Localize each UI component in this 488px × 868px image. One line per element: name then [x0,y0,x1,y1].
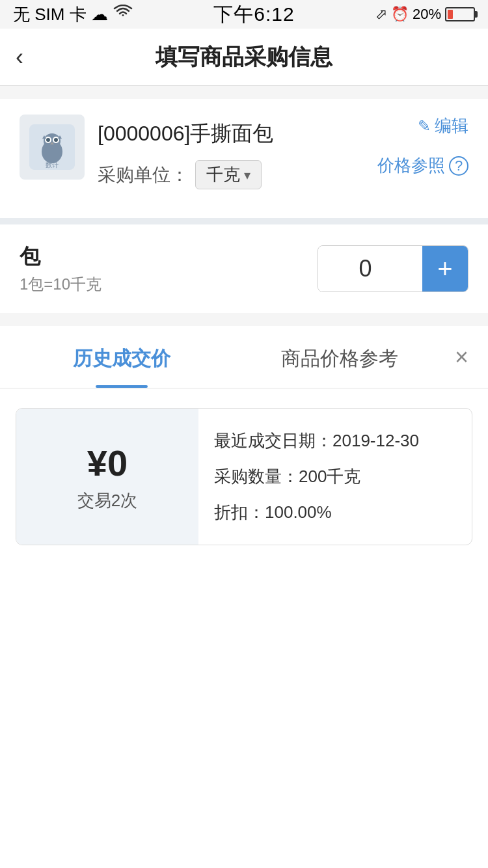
quantity-row: 包 1包=10千克 + [0,224,488,313]
tab-product-price[interactable]: 商品价格参考 [230,326,448,388]
quantity-conversion: 1包=10千克 [20,274,102,295]
history-discount: 折扣：100.00% [214,500,456,525]
history-price-left: ¥0 交易2次 [16,409,198,545]
history-trades-count: 交易2次 [77,489,137,512]
svg-text:数计: 数计 [46,161,59,169]
quantity-input[interactable] [318,246,422,292]
svg-point-5 [46,138,50,142]
status-bar: 无 SIM 卡 ☁ 下午6:12 ⬀ ⏰ 20% [0,0,488,29]
page-title: 填写商品采购信息 [156,42,332,72]
status-right: ⬀ ⏰ 20% [375,6,475,23]
close-button[interactable]: × [448,328,475,387]
product-card: 数计 [0000006]手撕面包 采购单位： 千克 ▾ ✎ 编辑 [0,99,488,218]
unit-select[interactable]: 千克 ▾ [195,160,262,189]
history-price-right: 最近成交日期：2019-12-30 采购数量：200千克 折扣：100.00% [198,409,472,545]
quantity-input-group: + [318,245,468,292]
back-button[interactable]: ‹ [16,44,23,71]
quantity-unit: 包 [20,243,102,271]
unit-label: 采购单位： [98,163,189,187]
product-unit-row: 采购单位： 千克 ▾ [98,160,273,189]
status-left: 无 SIM 卡 ☁ [13,3,133,26]
product-logo-icon: 数计 [29,124,75,170]
status-time: 下午6:12 [213,1,294,28]
history-card: ¥0 交易2次 最近成交日期：2019-12-30 采购数量：200千克 折扣：… [16,408,472,545]
battery-icon [445,7,475,21]
tabs-header: 历史成交价 商品价格参考 × [0,326,488,388]
product-info: [0000006]手撕面包 采购单位： 千克 ▾ [98,115,273,189]
wifi-icon [113,5,133,25]
product-name: [0000006]手撕面包 [98,120,273,148]
quantity-plus-button[interactable]: + [422,246,468,292]
main-content-area [0,565,488,868]
chevron-down-icon: ▾ [244,167,251,183]
product-left: 数计 [0000006]手撕面包 采购单位： 千克 ▾ [20,115,273,189]
location-icon: ⬀ [375,6,387,23]
history-recent-date: 最近成交日期：2019-12-30 [214,428,456,454]
product-right: ✎ 编辑 价格参照 ? [377,115,468,177]
edit-button[interactable]: ✎ 编辑 [418,115,468,137]
help-icon: ? [449,156,468,176]
quantity-left: 包 1包=10千克 [20,243,102,295]
bottom-panel: 历史成交价 商品价格参考 × ¥0 交易2次 最近成交日期：2019-12-30… [0,326,488,868]
edit-icon: ✎ [418,117,431,135]
unit-value: 千克 [206,163,240,186]
tab-history-price[interactable]: 历史成交价 [13,326,230,388]
alarm-icon: ⏰ [391,6,409,23]
nav-bar: ‹ 填写商品采购信息 [0,29,488,86]
signal-text: 无 SIM 卡 ☁ [13,3,108,26]
product-image: 数计 [20,115,85,180]
history-purchase-qty: 采购数量：200千克 [214,464,456,489]
history-price-value: ¥0 [87,442,128,484]
svg-point-6 [54,138,58,142]
product-header: 数计 [0000006]手撕面包 采购单位： 千克 ▾ ✎ 编辑 [20,115,468,189]
section-divider [0,218,488,224]
battery-percent: 20% [413,6,441,23]
price-ref-button[interactable]: 价格参照 ? [377,154,468,177]
